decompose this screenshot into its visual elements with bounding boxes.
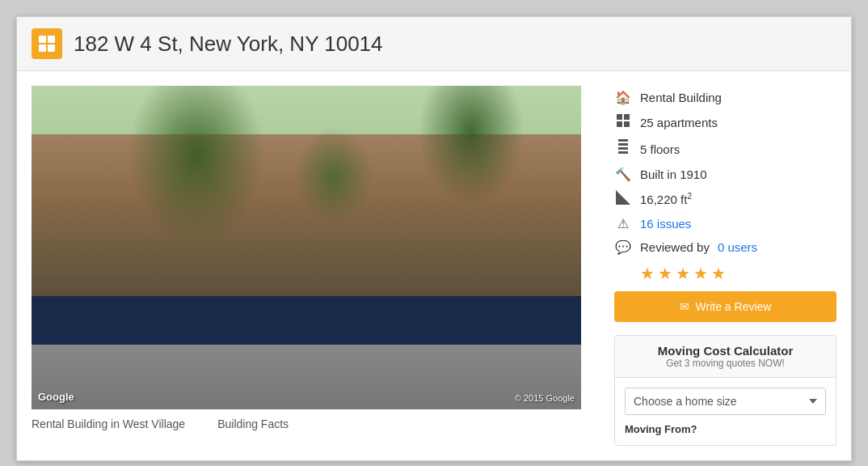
area-text: 16,220 ft2 — [640, 192, 692, 206]
svg-rect-10 — [618, 147, 628, 150]
sidewalk-bg — [32, 345, 581, 409]
write-review-label: Write a Review — [696, 300, 772, 313]
star-1[interactable]: ★ — [640, 264, 655, 283]
reviewed-users-link[interactable]: 0 users — [718, 240, 757, 254]
building-icon — [37, 34, 57, 53]
issues-link[interactable]: 16 issues — [640, 217, 691, 231]
svg-rect-7 — [624, 121, 630, 127]
home-icon: 🏠 — [614, 90, 632, 105]
home-size-select[interactable]: Choose a home size Studio 1 Bedroom 2 Be… — [625, 388, 826, 415]
info-row-issues: ⚠ 16 issues — [614, 212, 836, 235]
star-4[interactable]: ★ — [693, 264, 708, 283]
floors-text: 5 floors — [640, 142, 680, 156]
page-wrapper: 182 W 4 St, New York, NY 10014 Google © … — [16, 16, 852, 461]
calculator-subtitle: Get 3 moving quotes NOW! — [626, 358, 824, 369]
google-watermark: Google — [38, 391, 74, 403]
write-review-icon: ✉ — [680, 300, 689, 313]
calculator-header: Moving Cost Calculator Get 3 moving quot… — [615, 336, 836, 378]
warning-icon: ⚠ — [614, 216, 632, 231]
tree-overlay — [32, 86, 581, 312]
svg-rect-2 — [39, 44, 46, 52]
svg-rect-9 — [618, 143, 628, 146]
info-row-area: 16,220 ft2 — [614, 186, 836, 212]
info-row-apartments: 25 apartments — [614, 109, 836, 135]
calculator-body: Choose a home size Studio 1 Bedroom 2 Be… — [615, 378, 836, 445]
svg-rect-6 — [617, 121, 622, 127]
building-type-location-label: Rental Building in West Village — [32, 417, 185, 430]
below-image-labels: Rental Building in West Village Building… — [32, 417, 598, 430]
copyright-watermark: © 2015 Google — [515, 393, 575, 403]
page-header: 182 W 4 St, New York, NY 10014 — [17, 17, 851, 71]
reviewed-prefix: Reviewed by — [640, 240, 710, 254]
svg-rect-3 — [48, 44, 55, 52]
svg-rect-11 — [618, 151, 628, 154]
floors-icon — [614, 139, 632, 159]
building-facts-label: Building Facts — [217, 417, 289, 430]
left-section: Google © 2015 Google Rental Building in … — [32, 86, 598, 446]
info-row-type: 🏠 Rental Building — [614, 86, 836, 109]
right-section: 🏠 Rental Building 25 apartments — [598, 86, 836, 446]
stars-row: ★ ★ ★ ★ ★ — [614, 259, 836, 291]
property-info: 🏠 Rental Building 25 apartments — [614, 86, 836, 322]
main-content: Google © 2015 Google Rental Building in … — [17, 71, 851, 460]
info-row-floors: 5 floors — [614, 135, 836, 163]
property-image: Google © 2015 Google — [32, 86, 581, 409]
star-3[interactable]: ★ — [676, 264, 690, 283]
area-icon — [614, 190, 632, 208]
svg-rect-8 — [618, 139, 628, 142]
write-review-button[interactable]: ✉ Write a Review — [614, 291, 836, 322]
star-5[interactable]: ★ — [711, 264, 726, 283]
moving-from-label: Moving From? — [625, 423, 826, 435]
built-text: Built in 1910 — [640, 167, 707, 181]
property-address: 182 W 4 St, New York, NY 10014 — [74, 32, 383, 57]
svg-marker-12 — [616, 190, 630, 205]
chat-icon: 💬 — [614, 239, 632, 255]
star-2[interactable]: ★ — [658, 264, 672, 283]
apartments-text: 25 apartments — [640, 116, 718, 129]
info-row-built: 🔨 Built in 1910 — [614, 163, 836, 186]
moving-cost-calculator: Moving Cost Calculator Get 3 moving quot… — [614, 335, 836, 446]
property-type-text: Rental Building — [640, 91, 722, 104]
property-type-icon — [32, 28, 62, 59]
svg-rect-5 — [624, 114, 630, 120]
apartments-icon — [614, 113, 632, 131]
svg-rect-4 — [617, 114, 622, 120]
svg-rect-0 — [39, 36, 46, 43]
calculator-title: Moving Cost Calculator — [626, 344, 824, 358]
info-row-reviews: 💬 Reviewed by 0 users — [614, 235, 836, 259]
construction-icon: 🔨 — [614, 167, 632, 182]
svg-rect-1 — [48, 36, 55, 43]
